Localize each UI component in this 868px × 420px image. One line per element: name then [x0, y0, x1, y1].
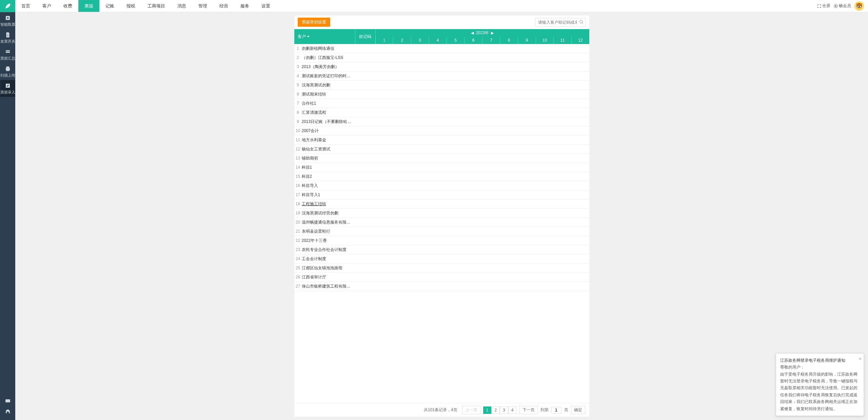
table-row[interactable]: 15科目2 [294, 172, 589, 181]
sidebar-support[interactable] [0, 406, 15, 417]
row-name[interactable]: 沈海英测试经营勿删 [302, 210, 355, 216]
table-row[interactable]: 20温州畅捷通信息服务有限公司 [294, 218, 589, 227]
year-prev[interactable]: ◀ [471, 31, 474, 35]
table-row[interactable]: 222022年十三香 [294, 236, 589, 245]
table-row[interactable]: 2（勿删）江西服宝-LSS [294, 53, 589, 62]
table-row[interactable]: 13辅助期初 [294, 154, 589, 163]
row-name[interactable]: 合作社1 [302, 101, 355, 106]
nav-item-2[interactable]: 收费 [57, 0, 78, 12]
sidebar-item-1[interactable]: 发票开具 [0, 29, 15, 46]
table-row[interactable]: 7合作社1 [294, 99, 589, 108]
row-name[interactable]: （勿删）江西服宝-LSS [302, 55, 355, 61]
row-name[interactable]: 汇算清缴流程 [302, 110, 355, 115]
table-row[interactable]: 4测试账套的凭证打印的时候是否 [294, 71, 589, 81]
pager-page-2[interactable]: 2 [491, 406, 500, 414]
row-name[interactable]: 辅助期初 [302, 155, 355, 161]
sidebar-item-2[interactable]: 票据汇总 [0, 46, 15, 63]
row-name[interactable]: 2007会计 [302, 128, 355, 134]
table-row[interactable]: 14科目1 [294, 163, 589, 172]
col-month-11[interactable]: 11 [554, 37, 572, 44]
row-name[interactable]: 东明县设置鞋行 [302, 229, 355, 234]
user-avatar[interactable]: 🐯 [854, 1, 864, 11]
nav-item-10[interactable]: 服务 [234, 0, 255, 12]
row-name[interactable]: 地方水利基金 [302, 137, 355, 143]
row-name[interactable]: 江西省审计厅 [302, 274, 355, 280]
table-row[interactable]: 8汇算清缴流程 [294, 108, 589, 117]
nav-item-4[interactable]: 记账 [99, 0, 120, 12]
nav-item-1[interactable]: 客户 [36, 0, 57, 12]
col-month-3[interactable]: 3 [411, 37, 429, 44]
col-month-5[interactable]: 5 [447, 37, 465, 44]
pager-page-1[interactable]: 1 [483, 406, 492, 414]
col-month-8[interactable]: 8 [500, 37, 518, 44]
row-name[interactable]: 沈海英测试勿删 [302, 82, 355, 88]
pager-page-input[interactable] [551, 407, 561, 414]
row-name[interactable]: 科目2 [302, 174, 355, 180]
row-name[interactable]: 测试期末结转 [302, 91, 355, 97]
col-month-6[interactable]: 6 [465, 37, 482, 44]
row-name[interactable]: 2013日记账（不要删除哈，谢... [302, 119, 355, 125]
col-month-7[interactable]: 7 [482, 37, 500, 44]
sidebar-item-3[interactable]: 扫描上传 [0, 63, 15, 80]
table-row[interactable]: 21东明县设置鞋行 [294, 227, 589, 236]
table-row[interactable]: 27保山市板桥建筑工程有限责任... [294, 282, 589, 291]
table-row[interactable]: 26江西省审计厅 [294, 273, 589, 282]
nav-item-11[interactable]: 设置 [255, 0, 276, 12]
col-month-10[interactable]: 10 [536, 37, 554, 44]
col-month-9[interactable]: 9 [518, 37, 536, 44]
sidebar-item-4[interactable]: 票据录入 [0, 80, 15, 97]
col-customer[interactable]: 客户 [294, 29, 355, 44]
col-month-2[interactable]: 2 [393, 37, 411, 44]
row-name[interactable]: 温州畅捷通信息服务有限公司 [302, 219, 355, 225]
sidebar-item-0[interactable]: 智能取票 [0, 12, 15, 29]
row-name[interactable]: 科目导入1 [302, 192, 355, 198]
table-row[interactable]: 12杨仙女工资测试 [294, 145, 589, 154]
nav-item-6[interactable]: 工商项目 [141, 0, 171, 12]
sidebar-monitor[interactable] [0, 396, 15, 406]
table-row[interactable]: 17科目导入1 [294, 190, 589, 200]
nav-item-0[interactable]: 首页 [15, 0, 36, 12]
row-name[interactable]: 2022年十三香 [302, 238, 355, 244]
table-row[interactable]: 11地方水利基金 [294, 135, 589, 145]
col-month-1[interactable]: 1 [376, 37, 394, 44]
pager-next[interactable]: 下一页 [519, 406, 538, 414]
customer-search-input[interactable] [535, 18, 586, 27]
notification-close[interactable]: × [859, 355, 862, 363]
nav-item-7[interactable]: 消息 [171, 0, 192, 12]
pager-prev[interactable]: 上一页 [462, 406, 480, 414]
table-row[interactable]: 25江都区仙女镇泡泡面馆 [294, 264, 589, 273]
row-name[interactable]: 工会会计制度 [302, 256, 355, 262]
table-row[interactable]: 18工程施工结转 [294, 200, 589, 209]
pager-confirm[interactable]: 确定 [571, 406, 585, 414]
table-row[interactable]: 102007会计 [294, 126, 589, 135]
table-row[interactable]: 5沈海英测试勿删 [294, 81, 589, 90]
vip-button[interactable]: 畅会员 [834, 3, 851, 9]
nav-item-9[interactable]: 经营 [213, 0, 234, 12]
table-row[interactable]: 24工会会计制度 [294, 254, 589, 264]
row-name[interactable]: 农民专业合作社会计制度 [302, 247, 355, 253]
table-row[interactable]: 1勿删新锐网络通信 [294, 44, 589, 53]
table-row[interactable]: 32013（陶美芳勿删） [294, 62, 589, 71]
row-name[interactable]: 勿删新锐网络通信 [302, 46, 355, 51]
table-row[interactable]: 23农民专业合作社会计制度 [294, 245, 589, 254]
year-next[interactable]: ▶ [491, 31, 494, 35]
app-logo[interactable] [0, 0, 15, 12]
nav-item-8[interactable]: 管理 [192, 0, 213, 12]
nav-item-5[interactable]: 报税 [120, 0, 141, 12]
row-name[interactable]: 2013（陶美芳勿删） [302, 64, 355, 70]
search-icon[interactable] [579, 20, 584, 24]
table-row[interactable]: 92013日记账（不要删除哈，谢... [294, 117, 589, 126]
row-name[interactable]: 科目1 [302, 165, 355, 170]
col-month-12[interactable]: 12 [572, 37, 589, 44]
table-row[interactable]: 16科目导入 [294, 181, 589, 190]
nav-item-3[interactable]: 票据 [78, 0, 99, 12]
pager-page-3[interactable]: 3 [500, 406, 508, 414]
pager-page-4[interactable]: 4 [508, 406, 517, 414]
row-name[interactable]: 保山市板桥建筑工程有限责任... [302, 284, 355, 289]
col-month-4[interactable]: 4 [429, 37, 447, 44]
table-row[interactable]: 19沈海英测试经营勿删 [294, 209, 589, 218]
category-settings-button[interactable]: 票据类别设置 [298, 18, 330, 27]
fullscreen-button[interactable]: 全屏 [817, 3, 830, 9]
row-name[interactable]: 科目导入 [302, 183, 355, 189]
table-row[interactable]: 6测试期末结转 [294, 90, 589, 99]
